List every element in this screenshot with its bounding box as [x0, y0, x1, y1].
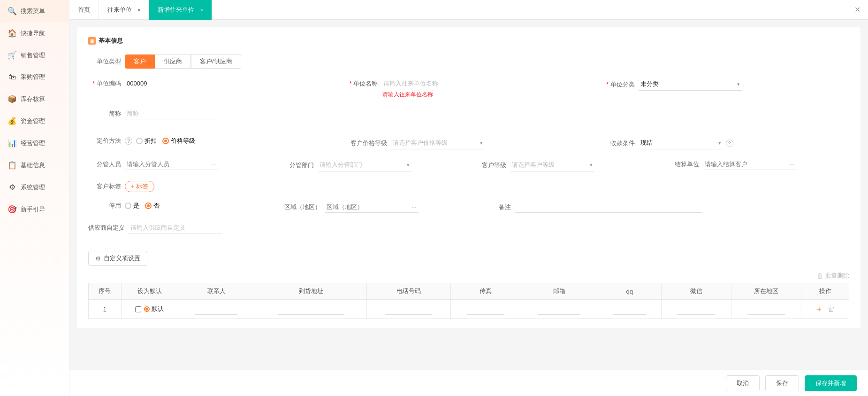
unit-type-both[interactable]: 客户/供应商 [191, 54, 241, 69]
settlement-input[interactable] [703, 159, 787, 170]
page-content: ▣ 基本信息 单位类型 客户 供应商 客户/供应商 [69, 20, 868, 370]
tag-label: 客户标签 [88, 182, 121, 191]
sidebar-item-finance[interactable]: 💰 资金管理 [0, 110, 69, 132]
manager-more-icon[interactable]: ··· [212, 161, 219, 168]
region-input[interactable] [325, 202, 409, 212]
row-checkbox[interactable] [135, 306, 141, 312]
cell-address[interactable] [255, 300, 367, 319]
payment-help-icon[interactable]: ? [726, 140, 733, 147]
section-title-icon: ▣ [88, 37, 96, 45]
chevron-down-icon: ▾ [737, 81, 740, 87]
tabbar-close-button[interactable]: ✕ [847, 5, 868, 14]
sidebar-item-system[interactable]: ⚙ 系统管理 [0, 176, 69, 198]
unit-code-input[interactable] [125, 78, 219, 89]
abbr-row: 简称 [88, 108, 849, 119]
chevron-down-icon: ▾ [718, 140, 721, 146]
sidebar-item-label: 销售管理 [21, 51, 45, 60]
cancel-button[interactable]: 取消 [726, 375, 760, 391]
tag-row: 客户标签 + 标签 [88, 181, 849, 192]
system-icon: ⚙ [8, 183, 17, 192]
unit-type-label: 单位类型 [88, 57, 121, 66]
gear-icon: ⚙ [95, 255, 101, 262]
dept-select[interactable]: 请输入分管部门 ▾ [318, 159, 411, 171]
newbie-icon: 🎯 [8, 205, 17, 214]
tab-unit-list-close[interactable]: × [137, 7, 140, 13]
supplier-custom-input[interactable] [129, 222, 222, 233]
cell-region[interactable] [731, 300, 801, 319]
col-wechat: 微信 [661, 283, 731, 300]
cell-wechat[interactable] [661, 300, 731, 319]
stop-no-radio[interactable]: 否 [145, 202, 160, 210]
manager-label: 分管人员 [88, 160, 121, 169]
unit-name-error: 请输入往来单位名称 [382, 91, 433, 99]
chevron-down-icon: ▾ [480, 140, 483, 146]
supplier-custom-row: 供应商自定义 [88, 222, 849, 233]
customer-price-select[interactable]: 请选择客户价格等级 ▾ [391, 137, 485, 149]
unit-type-supplier[interactable]: 供应商 [155, 54, 191, 69]
remark-input[interactable] [515, 202, 702, 213]
sidebar-item-label: 资金管理 [21, 117, 45, 125]
stop-label: 停用 [88, 202, 121, 210]
sidebar-item-label: 库存核算 [21, 95, 45, 103]
customer-price-label: 客户价格等级 [345, 139, 387, 148]
custom-settings-button[interactable]: ⚙ 自定义项设置 [88, 251, 147, 266]
row-add-button[interactable]: ＋ [814, 304, 824, 314]
cell-contact[interactable] [178, 300, 255, 319]
col-default: 设为默认 [121, 283, 178, 300]
col-region: 所在地区 [731, 283, 801, 300]
pricing-row: 定价方法 ? 折扣 价格等级 客户价格等级 [88, 137, 849, 149]
batch-delete-label[interactable]: 批量删除 [825, 272, 849, 280]
sidebar-item-search[interactable]: 🔍 搜索菜单 [0, 0, 69, 22]
tab-new-unit-close[interactable]: × [200, 7, 203, 13]
cell-default[interactable]: 默认 [121, 300, 178, 319]
stop-yes-radio[interactable]: 是 [125, 202, 139, 210]
sidebar-item-newbie[interactable]: 🎯 新手引导 [0, 198, 69, 220]
sidebar-item-label: 基础信息 [21, 161, 45, 170]
purchase-icon: 🛍 [8, 73, 17, 81]
save-and-new-button[interactable]: 保存并新增 [805, 375, 857, 391]
unit-code-label: * 单位编码 [88, 79, 121, 88]
cell-phone[interactable] [367, 300, 451, 319]
tab-home[interactable]: 首页 [69, 0, 99, 20]
sidebar-item-base[interactable]: 📋 基础信息 [0, 154, 69, 176]
operations-icon: 📊 [8, 139, 17, 148]
payment-select[interactable]: 现结 ▾ [639, 137, 723, 149]
region-label: 区域（地区） [283, 203, 321, 211]
basic-info-section: ▣ 基本信息 单位类型 客户 供应商 客户/供应商 [77, 27, 860, 328]
sidebar-item-label: 新手引导 [21, 205, 45, 214]
cell-fax[interactable] [451, 300, 521, 319]
table-row: 1 默认 [89, 300, 849, 319]
batch-delete-area: 🗑 批量删除 [88, 272, 849, 280]
sidebar-item-purchase[interactable]: 🛍 采购管理 [0, 66, 69, 88]
manager-row: 分管人员 ··· 分管部门 请输入分管部门 ▾ 客户等级 [88, 159, 849, 171]
sidebar-item-quicknav[interactable]: 🏠 快捷导航 [0, 22, 69, 44]
pricing-help-icon[interactable]: ? [125, 137, 132, 145]
abbr-label: 简称 [88, 109, 121, 118]
customer-level-select[interactable]: 请选择客户等级 ▾ [510, 159, 594, 171]
unit-category-select[interactable]: 未分类 ▾ [639, 78, 742, 91]
col-phone: 电话号码 [367, 283, 451, 300]
sidebar: 🔍 搜索菜单 🏠 快捷导航 🛒 销售管理 🛍 采购管理 📦 库存核算 💰 资金管… [0, 0, 69, 396]
abbr-input[interactable] [125, 108, 219, 119]
code-name-category-row: * 单位编码 * 单位名称 请输入往来单位名称 [88, 78, 849, 99]
tab-new-unit[interactable]: 新增往来单位 × [149, 0, 212, 20]
row-delete-button[interactable]: 🗑 [826, 305, 837, 313]
tabbar: 首页 往来单位 × 新增往来单位 × ✕ [69, 0, 868, 20]
sidebar-item-sales[interactable]: 🛒 销售管理 [0, 44, 69, 66]
unit-category-label: * 单位分类 [602, 80, 635, 89]
tab-unit-list[interactable]: 往来单位 × [99, 0, 149, 20]
region-more-icon[interactable]: ··· [411, 203, 419, 210]
tag-add-button[interactable]: + 标签 [125, 181, 154, 192]
save-button[interactable]: 保存 [765, 375, 799, 391]
cell-email[interactable] [521, 300, 598, 319]
sidebar-item-inventory[interactable]: 📦 库存核算 [0, 88, 69, 110]
settlement-label: 结算单位 [666, 160, 699, 169]
sidebar-item-operations[interactable]: 📊 经营管理 [0, 132, 69, 154]
settlement-more-icon[interactable]: ··· [790, 161, 797, 168]
pricing-discount-radio[interactable]: 折扣 [136, 137, 157, 145]
cell-qq[interactable] [598, 300, 661, 319]
manager-input[interactable] [125, 159, 209, 170]
pricing-pricelevel-radio[interactable]: 价格等级 [162, 137, 195, 145]
unit-type-customer[interactable]: 客户 [125, 54, 155, 69]
unit-name-input[interactable] [381, 78, 485, 89]
